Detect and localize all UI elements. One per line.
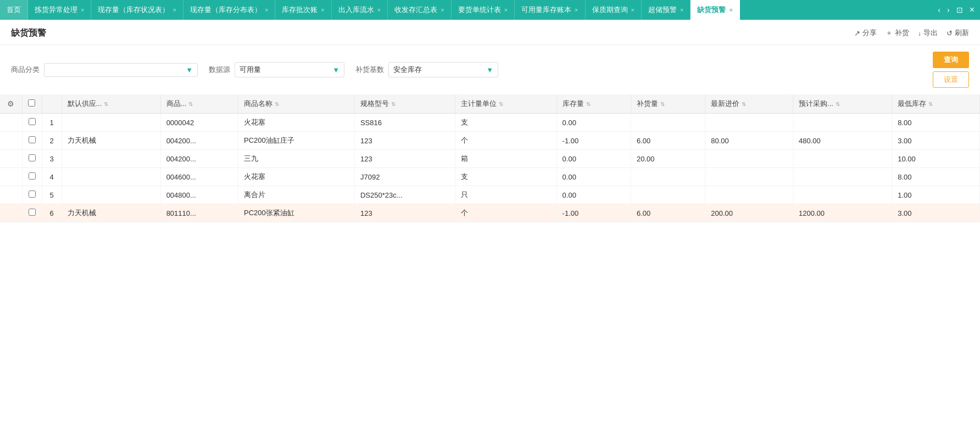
row-number: 2: [42, 132, 62, 150]
row-supplier: [62, 150, 160, 168]
row-checkbox-cell[interactable]: [22, 114, 42, 132]
restock-base-select[interactable]: 安全库存 ▼: [388, 62, 498, 77]
row-number: 5: [42, 186, 62, 204]
row-number: 3: [42, 150, 62, 168]
row-min-stock: 3.00: [892, 132, 980, 150]
query-button[interactable]: 查询: [933, 52, 969, 68]
table-row: 2 力天机械 004200... PC200油缸庄子 123 个 -1.00 6…: [0, 132, 980, 150]
sort-stock-icon: ⇅: [586, 101, 591, 107]
tab-inout-flow[interactable]: 出入库流水×: [332, 0, 388, 20]
row-latest-price: [705, 150, 793, 168]
refresh-button[interactable]: ↺ 刷新: [946, 29, 969, 38]
tab-inventory-status[interactable]: 现存量（库存状况表）×: [91, 0, 183, 20]
export-button[interactable]: ↓ 导出: [918, 29, 938, 38]
row-estimated-purchase: [793, 186, 892, 204]
gear-icon[interactable]: ⚙: [5, 99, 15, 109]
tab-close-order-stats[interactable]: ×: [504, 7, 508, 13]
th-spec[interactable]: 规格型号 ⇅: [354, 94, 455, 114]
row-product-name: PC200油缸庄子: [238, 132, 355, 150]
restore-button[interactable]: ⊡: [953, 3, 966, 16]
datasource-filter-group: 数据源 可用量 ▼: [209, 62, 344, 77]
tab-close-batch-account[interactable]: ×: [321, 7, 324, 13]
row-latest-price: [705, 114, 793, 132]
tab-close-exception[interactable]: ×: [81, 7, 84, 13]
sort-spec-icon: ⇅: [391, 101, 396, 107]
tab-prev-button[interactable]: ‹: [934, 3, 944, 16]
th-restock-qty[interactable]: 补货量 ⇅: [631, 94, 705, 114]
tab-batch-account[interactable]: 库存批次账×: [275, 0, 331, 20]
settings-button[interactable]: 设置: [933, 71, 969, 88]
row-checkbox-4[interactable]: [29, 191, 36, 198]
row-checkbox-5[interactable]: [29, 209, 36, 216]
tab-inventory-dist[interactable]: 现存量（库存分布表）×: [183, 0, 275, 20]
row-product-name: PC200张紧油缸: [238, 204, 355, 222]
tab-home[interactable]: 首页: [0, 0, 28, 20]
category-select[interactable]: ▼: [44, 63, 198, 77]
row-product-code: 004600...: [160, 168, 238, 186]
tab-shortage[interactable]: 缺货预警×: [691, 0, 739, 20]
th-default-supplier[interactable]: 默认供应... ⇅: [62, 94, 160, 114]
filter-actions: 查询 设置: [933, 52, 969, 88]
row-product-name: 离合片: [238, 186, 355, 204]
row-checkbox-cell[interactable]: [22, 204, 42, 222]
category-arrow-icon: ▼: [186, 66, 193, 74]
row-number: 6: [42, 204, 62, 222]
row-gear-cell: [0, 186, 22, 204]
sort-code-icon: ⇅: [188, 101, 193, 107]
tab-available-ledger[interactable]: 可用量库存账本×: [515, 0, 585, 20]
th-product-code[interactable]: 商品... ⇅: [160, 94, 238, 114]
row-checkbox-2[interactable]: [29, 154, 36, 161]
row-spec: J7092: [354, 168, 455, 186]
row-gear-cell: [0, 204, 22, 222]
row-checkbox-cell[interactable]: [22, 132, 42, 150]
tab-close-available-ledger[interactable]: ×: [575, 7, 578, 13]
share-button[interactable]: ↗ 分享: [854, 29, 877, 38]
tab-close-inout-flow[interactable]: ×: [377, 7, 381, 13]
row-checkbox-3[interactable]: [29, 172, 36, 180]
tab-receive-summary[interactable]: 收发存汇总表×: [388, 0, 451, 20]
table-row: 4 004600... 火花塞 J7092 支 0.00 8.00: [0, 168, 980, 186]
tab-close-inventory-status[interactable]: ×: [172, 7, 176, 13]
close-window-button[interactable]: ×: [966, 3, 978, 17]
row-latest-price: [705, 186, 793, 204]
tab-close-shortage[interactable]: ×: [729, 7, 732, 13]
select-all-checkbox[interactable]: [28, 99, 35, 107]
datasource-select[interactable]: 可用量 ▼: [235, 62, 344, 77]
row-checkbox-0[interactable]: [29, 118, 36, 125]
th-min-stock[interactable]: 最低库存 ⇅: [892, 94, 980, 114]
data-table: ⚙ 默认供应... ⇅ 商品...: [0, 94, 980, 222]
row-number: 4: [42, 168, 62, 186]
row-checkbox-cell[interactable]: [22, 150, 42, 168]
tab-overstock[interactable]: 超储预警×: [642, 0, 691, 20]
row-checkbox-cell[interactable]: [22, 168, 42, 186]
th-gear[interactable]: ⚙: [0, 94, 22, 114]
row-supplier: 力天机械: [62, 204, 160, 222]
tab-close-expiry[interactable]: ×: [631, 7, 634, 13]
tab-order-stats[interactable]: 要货单统计表×: [452, 0, 515, 20]
th-stock[interactable]: 库存量 ⇅: [556, 94, 631, 114]
row-supplier: [62, 186, 160, 204]
table-row: 1 0000042 火花塞 SS816 支 0.00 8.00: [0, 114, 980, 132]
th-latest-price[interactable]: 最新进价 ⇅: [705, 94, 793, 114]
row-checkbox-1[interactable]: [29, 136, 36, 143]
row-restock-qty: [631, 168, 705, 186]
share-icon: ↗: [854, 29, 860, 37]
th-num: [42, 94, 62, 114]
row-unit: 箱: [455, 150, 556, 168]
restock-button[interactable]: ＋ 补货: [886, 29, 909, 38]
tab-close-inventory-dist[interactable]: ×: [265, 7, 268, 13]
row-product-code: 0000042: [160, 114, 238, 132]
tab-close-receive-summary[interactable]: ×: [441, 7, 444, 13]
row-checkbox-cell[interactable]: [22, 186, 42, 204]
tab-next-button[interactable]: ›: [944, 3, 953, 16]
th-product-name[interactable]: 商品名称 ⇅: [238, 94, 355, 114]
row-estimated-purchase: [793, 150, 892, 168]
th-estimated-purchase[interactable]: 预计采购... ⇅: [793, 94, 892, 114]
th-unit[interactable]: 主计量单位 ⇅: [455, 94, 556, 114]
sort-min-icon: ⇅: [928, 101, 933, 107]
row-min-stock: 8.00: [892, 114, 980, 132]
tab-exception[interactable]: 拣货异常处理×: [28, 0, 91, 20]
tab-expiry[interactable]: 保质期查询×: [586, 0, 642, 20]
sort-restock-icon: ⇅: [660, 101, 665, 107]
tab-close-overstock[interactable]: ×: [680, 7, 683, 13]
